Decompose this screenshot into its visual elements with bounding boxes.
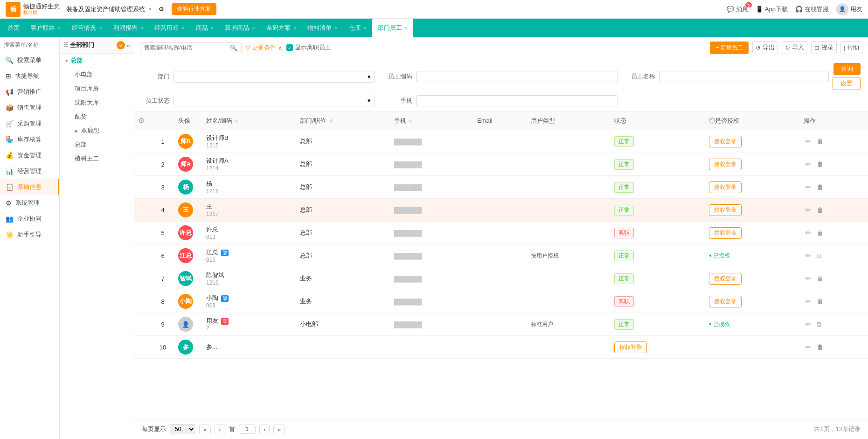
tab-operation[interactable]: 经营情况 × [66, 19, 107, 37]
close-icon[interactable]: × [211, 25, 214, 31]
col-gear[interactable]: ⚙ [134, 111, 151, 130]
message-icon-area[interactable]: 💬 消息 5 [727, 5, 748, 14]
sidebar-item-system[interactable]: ⚙ 系统管理 [0, 195, 59, 211]
close-icon[interactable]: × [252, 25, 255, 31]
auth-login-btn[interactable]: 授权登录 [709, 273, 742, 285]
close-icon[interactable]: × [58, 25, 61, 31]
copy-icon[interactable]: ⧉ [815, 251, 823, 261]
dept-node-peihuo[interactable]: 配货 [69, 110, 134, 124]
online-service-area[interactable]: 🎧 在线客服 [795, 5, 829, 14]
tab-warehouse[interactable]: 仓库 × [343, 19, 372, 37]
tab-home[interactable]: 首页 [2, 19, 25, 37]
sidebar-item-search[interactable]: 🔍 搜索菜单 [0, 52, 59, 68]
dept-node-shuanglu[interactable]: ▶ 双鹿想 [69, 124, 134, 138]
col-name[interactable]: 姓名/编码 ⇅ [202, 111, 296, 130]
tab-staff[interactable]: 部门员工 × [372, 19, 413, 37]
add-employee-button[interactable]: + 新增员工 [710, 42, 748, 54]
edit-icon[interactable]: ✏ [804, 342, 813, 352]
prev-page-button[interactable]: ‹ [215, 425, 225, 434]
col-phone[interactable]: 手机 ⇅ [390, 111, 473, 130]
tab-history[interactable]: 经营历程 × [149, 19, 190, 37]
filter-status-select[interactable]: ▾ [174, 95, 375, 106]
sidebar-item-marketing[interactable]: 📢 营销推广 [0, 84, 59, 100]
sidebar-item-collab[interactable]: 👥 企业协同 [0, 211, 59, 227]
delete-icon[interactable]: 🗑 [815, 342, 825, 352]
gear-icon[interactable]: ⚙ [159, 6, 164, 13]
tab-profit[interactable]: 利润报告 × [108, 19, 149, 37]
show-resigned-wrap[interactable]: ✓ 显示离职员工 [286, 43, 331, 52]
delete-icon[interactable]: 🗑 [815, 182, 825, 192]
close-icon[interactable]: × [405, 25, 408, 31]
sidebar-item-purchase[interactable]: 🛒 采购管理 [0, 116, 59, 132]
auth-login-btn[interactable]: 授权登录 [709, 136, 742, 147]
collapse-icon[interactable]: « [127, 42, 130, 49]
per-page-select[interactable]: 50 20 100 [170, 424, 195, 434]
sidebar-item-business[interactable]: 📊 经营管理 [0, 163, 59, 179]
search-button[interactable]: 查询 [833, 63, 861, 75]
more-filter-btn[interactable]: ▽ 更多条件 ∧ [245, 43, 283, 52]
app-download-area[interactable]: 📱 App下载 [756, 5, 788, 14]
tab-goods[interactable]: 商品 × [190, 19, 219, 37]
delete-icon[interactable]: 🗑 [815, 137, 825, 146]
edit-icon[interactable]: ✏ [804, 205, 813, 215]
delete-icon[interactable]: 🗑 [815, 274, 825, 283]
sidebar-item-sales[interactable]: 📦 销售管理 [0, 100, 59, 116]
auth-login-btn[interactable]: 授权登录 [709, 159, 742, 170]
view-button[interactable]: ⊡ 视录 [811, 41, 837, 54]
close-icon[interactable]: × [99, 25, 102, 31]
sidebar-item-basic[interactable]: 📋 基础信息 [0, 179, 59, 195]
auth-login-btn[interactable]: 授权登录 [614, 341, 647, 353]
edit-icon[interactable]: ✏ [804, 251, 813, 260]
auth-login-btn[interactable]: 授权登录 [709, 227, 742, 239]
col-dept[interactable]: 部门/职位 ⇅ [296, 111, 390, 130]
dept-node-root[interactable]: ▾ 总部 [60, 54, 134, 68]
sidebar-item-guide[interactable]: 🌟 新手引导 [0, 227, 59, 243]
user-area[interactable]: 👤 用友 [836, 3, 862, 15]
first-page-button[interactable]: « [199, 425, 211, 434]
delete-icon[interactable]: 🗑 [815, 205, 825, 215]
filter-phone-input[interactable] [416, 95, 618, 106]
tab-bom[interactable]: 物料清单 × [302, 19, 343, 37]
dept-node-shenyang[interactable]: 沈阳大库 [69, 96, 134, 110]
sidebar-item-inventory[interactable]: 🏪 库存核算 [0, 132, 59, 147]
auth-login-btn[interactable]: 授权登录 [709, 204, 742, 216]
copy-icon[interactable]: ⧉ [815, 320, 823, 329]
edit-icon[interactable]: ✏ [804, 228, 813, 237]
auth-login-btn[interactable]: 授权登录 [709, 296, 742, 307]
delete-icon[interactable]: 🗑 [815, 297, 825, 306]
close-icon[interactable]: × [364, 25, 367, 31]
dept-node-zongbu[interactable]: 总部 [69, 138, 134, 152]
set-button[interactable]: 设置 [833, 77, 861, 90]
close-icon[interactable]: × [293, 25, 296, 31]
show-resigned-checkbox[interactable]: ✓ [286, 44, 293, 51]
edit-icon[interactable]: ✏ [804, 160, 813, 169]
delete-icon[interactable]: 🗑 [815, 228, 825, 237]
auth-login-btn[interactable]: 授权登录 [709, 181, 742, 193]
edit-icon[interactable]: ✏ [804, 182, 813, 192]
dept-node-project[interactable]: 项目库房 [69, 82, 134, 96]
close-icon[interactable]: × [181, 25, 184, 31]
edit-icon[interactable]: ✏ [804, 274, 813, 283]
search-input[interactable] [4, 42, 60, 48]
edit-icon[interactable]: ✏ [804, 320, 813, 329]
import-button[interactable]: ↻ 导入 [782, 41, 807, 54]
edit-icon[interactable]: ✏ [804, 297, 813, 306]
export-button[interactable]: ↺ 导出 [752, 41, 778, 54]
last-page-button[interactable]: » [273, 425, 285, 434]
tab-new-goods[interactable]: 新增商品 × [219, 19, 260, 37]
edit-icon[interactable]: ✏ [804, 137, 813, 146]
system-title-arrow[interactable]: ▾ [149, 7, 151, 12]
filter-code-input[interactable] [416, 71, 618, 82]
close-icon[interactable]: × [140, 25, 143, 31]
tab-barcode[interactable]: 条码方案 × [261, 19, 302, 37]
close-icon[interactable]: × [334, 25, 337, 31]
tab-customer[interactable]: 客户联络 × [25, 19, 66, 37]
dept-node-zhishu[interactable]: 植树王二 [69, 152, 134, 166]
employee-search-input[interactable] [144, 44, 228, 51]
next-page-button[interactable]: › [259, 425, 270, 434]
dept-node-xiaodibu[interactable]: 小电部 [69, 68, 134, 82]
filter-name-input[interactable] [659, 71, 829, 82]
trial-button[interactable]: 体验行业方案 [172, 3, 216, 15]
sidebar-item-nav[interactable]: ⊞ 快捷导航 [0, 68, 59, 84]
sidebar-item-finance[interactable]: 💰 资金管理 [0, 147, 59, 163]
